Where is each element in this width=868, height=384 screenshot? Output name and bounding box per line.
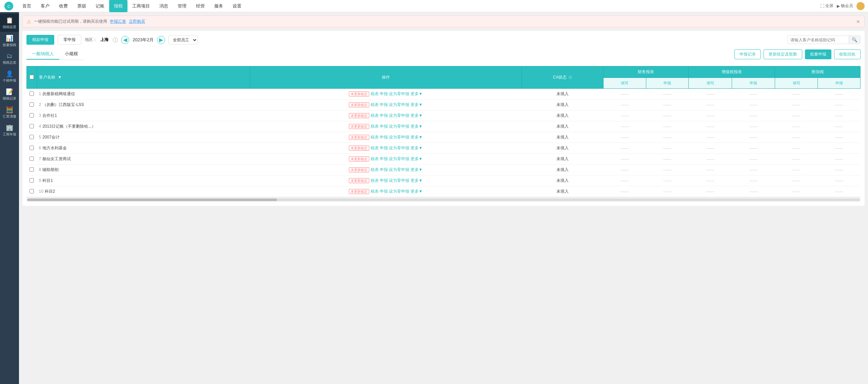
row-cell-5: —— <box>818 186 861 197</box>
nav-message[interactable]: 消息 <box>155 0 173 12</box>
declare-record-button[interactable]: 申报记录 <box>734 49 761 59</box>
op-declare[interactable]: 申报 <box>380 146 388 150</box>
op-declare[interactable]: 申报 <box>380 124 388 129</box>
row-checkbox-6[interactable] <box>29 156 34 161</box>
sidebar-item-batch-tax[interactable]: 📊 批量报税 <box>0 32 19 50</box>
tab-general-taxpayer[interactable]: 一般纳税人 <box>26 49 59 60</box>
row-checkbox-5[interactable] <box>29 146 34 150</box>
row-checkbox-4[interactable] <box>29 135 34 139</box>
op-zero-declare[interactable]: 设为零申报 <box>389 178 409 183</box>
period-next-button[interactable]: ▶ <box>157 36 165 44</box>
select-all-checkbox[interactable] <box>29 75 34 79</box>
sidebar-item-personal-tax[interactable]: 👤 个税申报 <box>0 67 19 85</box>
op-tax-form[interactable]: 税表 <box>371 146 379 150</box>
nav-client[interactable]: 客户 <box>36 0 54 12</box>
op-zero-declare[interactable]: 设为零申报 <box>389 189 409 194</box>
nav-home[interactable]: 首页 <box>18 0 36 12</box>
sidebar-item-tax-record[interactable]: 📝 报税记录 <box>0 85 19 103</box>
op-more[interactable]: 更多▼ <box>411 113 423 118</box>
op-zero-declare[interactable]: 设为零申报 <box>389 113 409 118</box>
sidebar-item-tax-overview[interactable]: 🗂 报税总览 <box>0 50 19 67</box>
nav-account[interactable]: 记账 <box>91 0 109 12</box>
nav-finance[interactable]: 经营 <box>191 0 210 12</box>
nav-invoice[interactable]: 票据 <box>73 0 91 12</box>
op-more[interactable]: 更多▼ <box>411 178 423 183</box>
col-additional-tax: 附加税 <box>775 66 861 78</box>
member-button[interactable]: ▶ 畅会员 <box>837 3 853 9</box>
fullscreen-button[interactable]: ⛶ 全屏 <box>820 3 833 9</box>
op-zero-declare[interactable]: 设为零申报 <box>389 167 409 172</box>
search-button[interactable]: 🔍 <box>849 36 860 44</box>
op-declare[interactable]: 申报 <box>380 102 388 107</box>
search-input[interactable] <box>788 36 849 44</box>
row-checkbox-9[interactable] <box>29 189 34 193</box>
op-more[interactable]: 更多▼ <box>411 135 423 140</box>
op-more[interactable]: 更多▼ <box>411 102 423 107</box>
row-checkbox-0[interactable] <box>29 91 34 96</box>
op-tax-form[interactable]: 税表 <box>371 91 379 96</box>
op-declare[interactable]: 申报 <box>380 91 388 96</box>
op-more[interactable]: 更多▼ <box>411 124 423 129</box>
op-declare[interactable]: 申报 <box>380 113 388 118</box>
horizontal-scrollbar[interactable] <box>27 198 860 201</box>
op-declare[interactable]: 申报 <box>380 156 388 161</box>
op-tax-form[interactable]: 税表 <box>371 113 379 118</box>
op-zero-declare[interactable]: 设为零申报 <box>389 135 409 140</box>
update-quota-button[interactable]: 更新统定及取数 <box>764 49 802 59</box>
row-checkbox-7[interactable] <box>29 167 34 172</box>
op-declare[interactable]: 申报 <box>380 167 388 172</box>
op-zero-declare[interactable]: 设为零申报 <box>389 102 409 107</box>
op-tax-form[interactable]: 税表 <box>371 102 379 107</box>
notice-link-report[interactable]: 申报汇签 <box>110 19 126 24</box>
nav-billing[interactable]: 收费 <box>54 0 73 12</box>
op-zero-declare[interactable]: 设为零申报 <box>389 91 409 96</box>
row-cell-5: —— <box>818 132 861 143</box>
period-prev-button[interactable]: ◀ <box>121 36 129 44</box>
notice-close-button[interactable]: ✕ <box>856 19 860 24</box>
op-declare[interactable]: 申报 <box>380 178 388 183</box>
row-cell-1: —— <box>646 165 689 175</box>
tab-tax-declare[interactable]: 税款申报 <box>26 35 54 45</box>
nav-settings[interactable]: 设置 <box>228 0 246 12</box>
nav-biz[interactable]: 工商项目 <box>127 0 155 12</box>
row-checkbox-1[interactable] <box>29 102 34 107</box>
nav-manage[interactable]: 管理 <box>173 0 191 12</box>
op-declare[interactable]: 申报 <box>380 189 388 194</box>
sort-icon[interactable]: ▼ <box>58 75 62 80</box>
sidebar-item-calc-clear[interactable]: 🧮 汇算清缴 <box>0 103 19 121</box>
row-checkbox-8[interactable] <box>29 178 34 183</box>
op-declare[interactable]: 申报 <box>380 135 388 140</box>
tab-small-taxpayer[interactable]: 小规模 <box>59 49 83 60</box>
scrollbar-thumb[interactable] <box>27 198 277 201</box>
op-tax-form[interactable]: 税表 <box>371 167 379 172</box>
tab-zero-declare[interactable]: 零申报 <box>58 35 81 45</box>
op-tax-form[interactable]: 税表 <box>371 178 379 183</box>
col-declare-add: 申报 <box>818 78 861 89</box>
op-tax-form[interactable]: 税表 <box>371 156 379 161</box>
op-more[interactable]: 更多▼ <box>411 91 423 96</box>
op-tax-form[interactable]: 税表 <box>371 189 379 194</box>
op-tax-form[interactable]: 税表 <box>371 135 379 140</box>
user-avatar[interactable] <box>856 2 865 10</box>
nav-tax[interactable]: 报税 <box>109 0 127 12</box>
nav-service[interactable]: 服务 <box>210 0 228 12</box>
row-checkbox-2[interactable] <box>29 113 34 118</box>
op-more[interactable]: 更多▼ <box>411 167 423 172</box>
tax-overview-icon: 🗂 <box>6 52 13 60</box>
op-zero-declare[interactable]: 设为零申报 <box>389 156 409 161</box>
op-more[interactable]: 更多▼ <box>411 146 423 150</box>
op-more[interactable]: 更多▼ <box>411 189 423 194</box>
op-more[interactable]: 更多▼ <box>411 156 423 161</box>
collect-return-button[interactable]: 收取回执 <box>834 49 861 59</box>
sidebar-item-tax-settings[interactable]: 📋 报税设置 <box>0 14 19 32</box>
notice-link-buy[interactable]: 立即购买 <box>129 19 145 24</box>
employee-select[interactable]: 全部员工 <box>169 36 198 44</box>
sidebar-item-biz-annual[interactable]: 🏢 工商年报 <box>0 121 19 139</box>
region-info-icon[interactable]: i <box>113 38 118 42</box>
op-tax-form[interactable]: 税表 <box>371 124 379 129</box>
batch-declare-button[interactable]: 批量申报 <box>805 49 831 59</box>
op-zero-declare[interactable]: 设为零申报 <box>389 146 409 150</box>
row-checkbox-3[interactable] <box>29 124 34 128</box>
ca-info-icon[interactable]: ⓘ <box>569 76 572 79</box>
op-zero-declare[interactable]: 设为零申报 <box>389 124 409 129</box>
